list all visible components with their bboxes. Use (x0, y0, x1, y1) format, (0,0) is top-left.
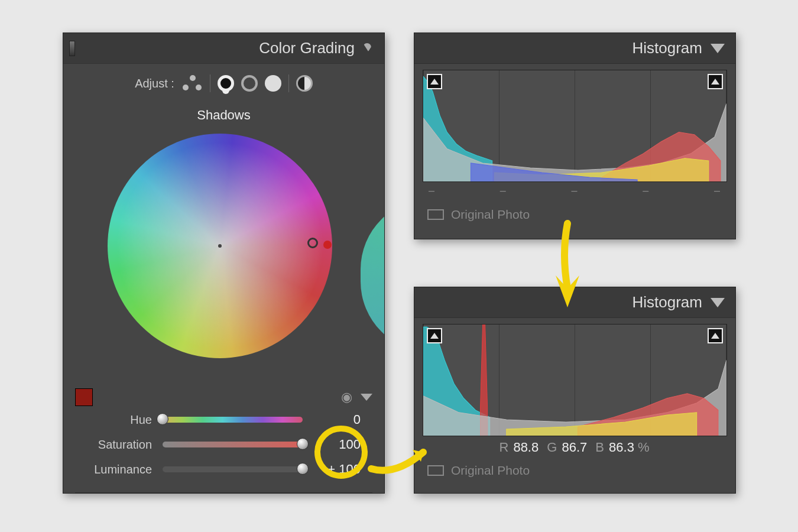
photo-icon (427, 465, 444, 476)
saturation-slider-thumb[interactable] (297, 438, 309, 450)
rgb-readout: R 88.8 G 86.7 B 86.3 % (414, 436, 735, 455)
saturation-label: Saturation (87, 438, 152, 452)
color-grading-header: Color Grading (63, 33, 384, 64)
histogram-before-panel: Histogram ––––– Original Photo (414, 33, 736, 239)
histogram-header: Histogram (414, 33, 735, 64)
histogram-plot (423, 325, 726, 436)
luminance-slider-row: Luminance + 100 (87, 462, 361, 477)
histogram-after-panel: Histogram R 88.8 G 86.7 B 86.3 % Origina… (414, 287, 736, 494)
adjust-mode-row: Adjust : (63, 64, 384, 97)
panel-title: Histogram (632, 39, 702, 57)
saturation-slider-row: Saturation 100 (87, 437, 361, 452)
panel-options-icon[interactable] (363, 43, 374, 54)
highlights-mode-icon[interactable] (265, 75, 281, 92)
wheel-center-marker (218, 244, 222, 248)
shadows-mode-icon[interactable] (218, 75, 234, 92)
adjust-label: Adjust : (135, 77, 174, 90)
chevron-down-icon[interactable] (361, 394, 372, 401)
region-indicators: ––––– (414, 182, 735, 199)
hue-slider-row: Hue 0 (87, 412, 361, 427)
hue-value[interactable]: 0 (313, 412, 361, 427)
visibility-icon[interactable]: ◉ (341, 390, 352, 405)
color-grading-panel: Color Grading Adjust : Shadows ◉ Hue (63, 33, 385, 494)
sliders-group: Hue 0 Saturation 100 Luminance + 100 (63, 406, 384, 489)
saturation-slider[interactable] (163, 442, 303, 447)
shadow-clip-indicator[interactable] (427, 328, 442, 343)
hue-slider-thumb[interactable] (157, 413, 168, 425)
panel-title: Histogram (632, 293, 702, 312)
midtones-mode-icon[interactable] (241, 75, 258, 92)
histogram-footer: Original Photo (414, 455, 735, 487)
photo-icon (427, 209, 444, 220)
hue-label: Hue (87, 413, 152, 427)
section-title: Shadows (63, 97, 384, 128)
hue-slider[interactable] (163, 417, 303, 423)
color-swatch[interactable] (75, 388, 93, 406)
wheel-selection-ring[interactable] (307, 238, 318, 248)
histogram-header: Histogram (414, 287, 735, 318)
saturation-value[interactable]: 100 (313, 437, 361, 452)
panel-title: Color Grading (259, 39, 355, 57)
collapse-icon[interactable] (711, 44, 725, 53)
histogram-chart[interactable] (423, 70, 727, 182)
wheel-selection-dot[interactable] (323, 241, 332, 249)
histogram-chart[interactable] (423, 324, 727, 436)
separator (210, 74, 210, 92)
collapse-icon[interactable] (711, 298, 725, 307)
highlight-clip-indicator[interactable] (708, 328, 723, 343)
global-mode-icon[interactable] (296, 75, 313, 92)
shadow-clip-indicator[interactable] (427, 74, 442, 89)
histogram-footer: Original Photo (414, 199, 735, 231)
highlight-clip-indicator[interactable] (708, 74, 723, 89)
color-wheel-area: ◉ (63, 128, 384, 406)
luminance-slider-thumb[interactable] (297, 463, 309, 475)
adjacent-wheel-peek[interactable] (361, 199, 384, 352)
separator (288, 74, 289, 92)
panel-drag-handle[interactable] (69, 41, 75, 56)
three-way-icon[interactable] (183, 75, 203, 92)
luminance-value[interactable]: + 100 (313, 462, 361, 477)
footer-label: Original Photo (451, 463, 530, 478)
luminance-slider[interactable] (163, 466, 303, 472)
footer-label: Original Photo (451, 207, 530, 222)
luminance-label: Luminance (87, 463, 152, 476)
panel-divider (75, 492, 372, 493)
histogram-plot (423, 70, 726, 182)
